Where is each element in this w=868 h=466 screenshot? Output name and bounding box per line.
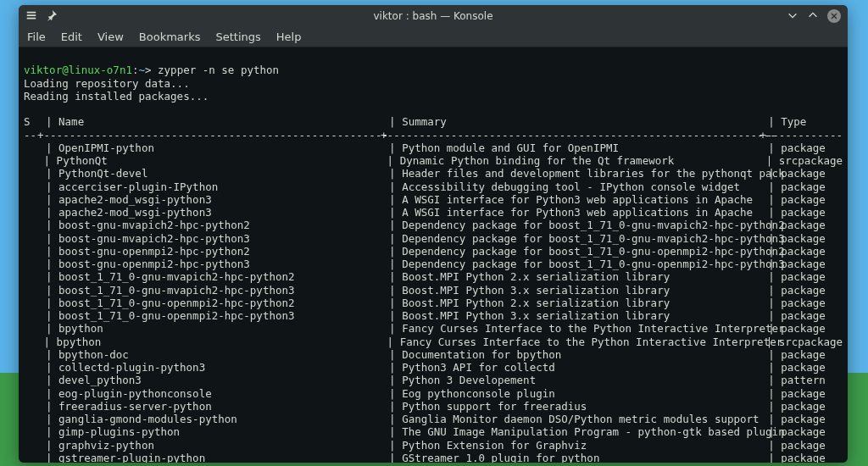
menu-edit[interactable]: Edit (61, 31, 82, 43)
prompt-line: viktor@linux-o7n1:~> zypper -n se python (24, 64, 279, 76)
menu-settings[interactable]: Settings (215, 31, 260, 43)
pin-icon[interactable] (46, 9, 58, 24)
package-table: S | Name | Summary | Type--+------------… (24, 115, 843, 463)
minimize-button[interactable] (787, 9, 798, 24)
table-row: | bpython | Fancy Curses Interface to th… (24, 322, 843, 335)
table-row: | gstreamer-plugin-python | GStreamer 1.… (24, 452, 843, 463)
table-row: | ganglia-gmond-modules-python | Ganglia… (24, 413, 843, 425)
app-menu-icon[interactable] (25, 9, 37, 24)
status-line: Loading repository data... (24, 77, 190, 90)
table-row: | boost-gnu-openmpi2-hpc-python3 | Depen… (24, 258, 843, 270)
prompt-command: zypper -n se python (158, 64, 279, 76)
titlebar-left-icons (25, 9, 58, 24)
table-row: | boost-gnu-mvapich2-hpc-python3 | Depen… (24, 232, 843, 245)
menu-help[interactable]: Help (276, 31, 302, 43)
prompt-symbol: > (145, 64, 152, 76)
menu-bookmarks[interactable]: Bookmarks (139, 31, 201, 43)
table-row: | boost_1_71_0-gnu-openmpi2-hpc-python2 … (24, 297, 843, 309)
table-row: | boost_1_71_0-gnu-mvapich2-hpc-python3 … (24, 284, 843, 297)
table-header: S | Name | Summary | Type (24, 115, 843, 128)
table-row: | apache2-mod_wsgi-python3 | A WSGI inte… (24, 193, 843, 206)
titlebar[interactable]: viktor : bash — Konsole (19, 5, 848, 27)
table-row: | boost-gnu-openmpi2-hpc-python2 | Depen… (24, 245, 843, 258)
table-row: | eog-plugin-pythonconsole | Eog pythonc… (24, 387, 843, 400)
konsole-window: viktor : bash — Konsole File Edit View B… (19, 5, 848, 463)
terminal-output[interactable]: viktor@linux-o7n1:~> zypper -n se python… (19, 47, 848, 463)
table-row: | boost_1_71_0-gnu-openmpi2-hpc-python3 … (24, 309, 843, 322)
prompt-path: ~ (138, 64, 145, 76)
prompt-user-host: viktor@linux-o7n1 (24, 64, 132, 76)
menu-view[interactable]: View (97, 31, 124, 43)
table-row: | PythonQt | Dynamic Python binding for … (24, 154, 843, 167)
window-title: viktor : bash — Konsole (19, 10, 848, 22)
table-row: | bpython-doc | Documentation for bpytho… (24, 348, 843, 361)
window-controls (787, 9, 841, 24)
menubar: File Edit View Bookmarks Settings Help (19, 27, 848, 47)
table-row: | freeradius-server-python | Python supp… (24, 400, 843, 413)
table-row: | graphviz-python | Python Extension for… (24, 439, 843, 452)
table-row: | bpython | Fancy Curses Interface to th… (24, 336, 843, 348)
table-row: | PythonQt-devel | Header files and deve… (24, 167, 843, 180)
table-row: | boost_1_71_0-gnu-mvapich2-hpc-python2 … (24, 270, 843, 283)
table-row: | OpenIPMI-python | Python module and GU… (24, 141, 843, 154)
table-row: | apache2-mod_wsgi-python3 | A WSGI inte… (24, 206, 843, 219)
close-button[interactable] (827, 9, 841, 23)
menu-file[interactable]: File (27, 31, 46, 43)
table-row: | accerciser-plugin-IPython | Accessibil… (24, 180, 843, 193)
maximize-button[interactable] (807, 9, 819, 24)
table-row: | collectd-plugin-python3 | Python3 API … (24, 361, 843, 374)
table-separator: --+-------------------------------------… (24, 129, 843, 141)
status-line: Reading installed packages... (24, 90, 209, 103)
table-row: | gimp-plugins-python | The GNU Image Ma… (24, 425, 843, 438)
table-row: | devel_python3 | Python 3 Developement … (24, 374, 843, 386)
table-row: | boost-gnu-mvapich2-hpc-python2 | Depen… (24, 219, 843, 231)
